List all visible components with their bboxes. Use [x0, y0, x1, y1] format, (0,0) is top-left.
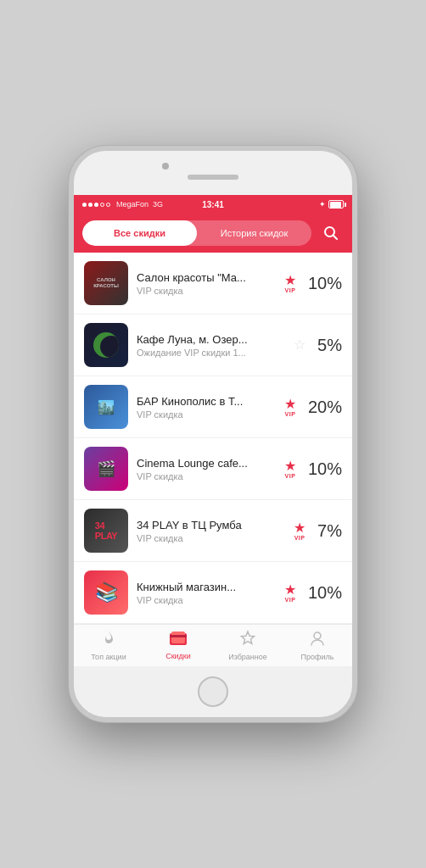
item-title: Cinema Lounge cafe...	[137, 457, 276, 470]
signal-dot-5	[106, 203, 110, 207]
item-right: ★ VIP	[294, 521, 305, 541]
tab-all-discounts[interactable]: Все скидки	[82, 220, 197, 246]
item-subtitle: VIP скидка	[137, 595, 276, 605]
search-button[interactable]	[318, 220, 344, 246]
status-bar: MegaFon 3G 13:41 ✦	[74, 195, 352, 214]
item-thumbnail: 🏙️	[84, 385, 128, 429]
star-vip: ★ VIP	[284, 274, 296, 293]
star-outline-icon	[239, 630, 256, 651]
star-icon: ★	[284, 459, 296, 473]
status-time: 13:41	[170, 200, 257, 209]
item-info: Книжный магазин... VIP скидка	[137, 581, 276, 605]
item-thumbnail: 📚	[84, 570, 128, 615]
star-icon: ★	[284, 398, 296, 411]
moon-icon	[93, 332, 119, 358]
vip-label: VIP	[285, 597, 296, 603]
nav-header: Все скидки История скидок	[74, 214, 352, 253]
item-thumbnail: 34PLAY	[84, 509, 128, 553]
front-camera	[162, 163, 169, 170]
svg-line-1	[334, 236, 338, 240]
status-right: ✦	[256, 200, 344, 209]
home-button[interactable]	[198, 676, 228, 707]
item-title: Кафе Луна, м. Озер...	[137, 333, 285, 346]
status-left: MegaFon 3G	[82, 200, 170, 209]
list-item[interactable]: 34PLAY 34 PLAY в ТЦ Румба VIP скидка ★ V…	[74, 500, 352, 562]
signal-dot-1	[82, 203, 87, 207]
star-vip: ☆	[294, 338, 305, 352]
tab-profile-label: Профиль	[301, 653, 334, 661]
star-vip: ★ VIP	[284, 398, 296, 417]
tab-favorites-label: Избранное	[228, 653, 267, 661]
list-item[interactable]: 🏙️ БАР Кинополис в Т... VIP скидка ★ VIP…	[74, 376, 352, 438]
bluetooth-icon: ✦	[319, 200, 326, 209]
item-percent: 10%	[308, 274, 342, 293]
vip-label: VIP	[285, 287, 296, 293]
carrier-name: MegaFon	[116, 200, 149, 209]
phone-frame: MegaFon 3G 13:41 ✦ Все скидки История ск…	[69, 146, 357, 722]
list-item[interactable]: САЛОНКРАСОТЫ Салон красоты "Ма... VIP ск…	[74, 253, 352, 314]
svg-point-5	[314, 632, 321, 639]
top-bezel	[74, 151, 352, 195]
item-right: ★ VIP	[284, 398, 296, 417]
list-item[interactable]: 🎬 Cinema Lounge cafe... VIP скидка ★ VIP…	[74, 438, 352, 500]
tab-history[interactable]: История скидок	[197, 220, 311, 246]
item-info: 34 PLAY в ТЦ Румба VIP скидка	[137, 519, 285, 543]
tab-discounts-label: Скидки	[165, 652, 191, 660]
tab-top-actions[interactable]: Топ акции	[74, 625, 143, 666]
star-vip: ★ VIP	[294, 521, 305, 541]
item-percent: 7%	[317, 521, 342, 541]
bottom-tab-bar: Топ акции Скидки Избранн	[74, 624, 352, 666]
item-subtitle: VIP скидка	[137, 533, 285, 543]
item-info: Cinema Lounge cafe... VIP скидка	[137, 457, 276, 481]
item-subtitle: VIP скидка	[137, 286, 276, 296]
speaker	[188, 175, 238, 180]
item-title: Книжный магазин...	[137, 581, 276, 593]
battery-fill	[330, 202, 341, 208]
person-icon	[309, 630, 326, 651]
star-vip: ★ VIP	[284, 459, 296, 479]
star-empty-icon: ☆	[294, 338, 305, 352]
list-item[interactable]: 📚 Книжный магазин... VIP скидка ★ VIP 10…	[74, 562, 352, 624]
vip-label: VIP	[294, 535, 305, 541]
tab-favorites[interactable]: Избранное	[213, 625, 283, 666]
item-thumbnail	[84, 323, 128, 367]
bottom-bezel	[74, 666, 352, 717]
vip-label: VIP	[285, 473, 296, 479]
network-type: 3G	[153, 200, 163, 209]
discount-list: САЛОНКРАСОТЫ Салон красоты "Ма... VIP ск…	[74, 253, 352, 624]
signal-dot-3	[94, 203, 98, 207]
item-thumbnail: САЛОНКРАСОТЫ	[84, 261, 128, 305]
item-right: ★ VIP	[284, 274, 296, 293]
item-subtitle: VIP скидка	[137, 409, 276, 420]
vip-label: VIP	[285, 411, 296, 417]
list-item[interactable]: Кафе Луна, м. Озер... Ожидание VIP скидк…	[74, 314, 352, 376]
tab-profile[interactable]: Профиль	[283, 625, 352, 666]
item-info: БАР Кинополис в Т... VIP скидка	[137, 395, 276, 420]
item-title: Салон красоты "Ма...	[137, 271, 276, 284]
star-vip: ★ VIP	[284, 583, 296, 603]
item-right: ☆	[294, 338, 305, 352]
item-title: БАР Кинополис в Т...	[137, 395, 276, 408]
discount-card-icon	[169, 631, 188, 650]
tab-discounts[interactable]: Скидки	[143, 625, 213, 666]
signal-indicator	[82, 203, 110, 207]
item-right: ★ VIP	[284, 459, 296, 479]
tab-top-actions-label: Топ акции	[91, 653, 126, 661]
svg-rect-4	[170, 635, 187, 637]
item-percent: 10%	[308, 459, 342, 479]
item-right: ★ VIP	[284, 583, 296, 603]
battery-indicator	[328, 200, 344, 209]
star-icon: ★	[294, 521, 305, 535]
play-logo: 34PLAY	[95, 520, 117, 541]
item-title: 34 PLAY в ТЦ Румба	[137, 519, 285, 531]
item-info: Кафе Луна, м. Озер... Ожидание VIP скидк…	[137, 333, 285, 358]
item-percent: 5%	[317, 336, 342, 355]
item-subtitle: VIP скидка	[137, 471, 276, 481]
star-icon: ★	[284, 274, 296, 287]
signal-dot-2	[88, 203, 92, 207]
item-info: Салон красоты "Ма... VIP скидка	[137, 271, 276, 296]
item-percent: 20%	[308, 398, 342, 417]
signal-dot-4	[100, 203, 104, 207]
filter-tabs: Все скидки История скидок	[82, 220, 311, 246]
item-thumbnail: 🎬	[84, 447, 128, 491]
